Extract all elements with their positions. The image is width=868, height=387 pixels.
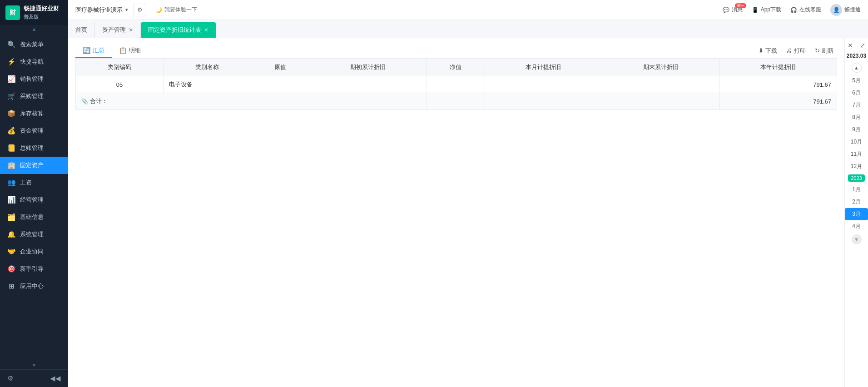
sidebar-item-label: 工资 (20, 179, 32, 187)
sidebar-item-label: 固定资产 (20, 161, 44, 169)
topbar: 医疗器械行业演示 ▾ ⚙ 🌙 我要体验一下 💬 消息 99+ 📱 App下载 🎧… (68, 0, 868, 20)
app-download-label: App下载 (761, 6, 781, 14)
sidebar-item-label: 库存核算 (20, 109, 44, 118)
purchase-icon: 🛒 (7, 92, 15, 100)
app-subtitle: 普及版 (24, 14, 59, 20)
sidebar-item-system[interactable]: 🔔 系统管理 (0, 226, 68, 243)
settings-button[interactable]: ⚙ (134, 4, 146, 16)
printer-icon: 🖨 (786, 47, 792, 54)
tab-home[interactable]: 首页 (68, 22, 95, 38)
experience-button[interactable]: 🌙 我要体验一下 (155, 6, 197, 14)
right-panel-expand-icon[interactable]: ⤢ (860, 42, 865, 49)
sidebar-item-enterprise[interactable]: 🤝 企业协同 (0, 243, 68, 260)
tab-depreciation[interactable]: 固定资产折旧统计表 ✕ (141, 22, 216, 38)
app-logo: 财 畅捷通好业财 普及版 (0, 0, 68, 25)
sub-tab-summary[interactable]: 🔄 汇总 (75, 44, 112, 58)
user-name: 畅捷通 (844, 6, 861, 14)
sidebar-item-basic-info[interactable]: 🗂️ 基础信息 (0, 208, 68, 226)
col-header-name: 类别名称 (164, 59, 251, 76)
sidebar-item-purchase[interactable]: 🛒 采购管理 (0, 88, 68, 105)
table-wrapper: 类别编码 类别名称 原值 期初累计折旧 净值 本月计提折旧 期末累计折旧 本年计… (68, 58, 844, 387)
sidebar-item-operations[interactable]: 📊 经营管理 (0, 191, 68, 208)
sidebar-item-label: 新手引导 (20, 265, 44, 273)
tab-asset-mgmt-label: 资产管理 (102, 26, 126, 34)
sidebar-item-label: 经营管理 (20, 196, 44, 204)
panel-month-12[interactable]: 12月 (845, 160, 868, 173)
sidebar-item-apps[interactable]: ⊞ 应用中心 (0, 278, 68, 295)
sidebar-item-funds[interactable]: 💰 资金管理 (0, 122, 68, 139)
col-header-accumulated: 期初累计折旧 (309, 59, 427, 76)
sidebar: 财 畅捷通好业财 普及版 ▲ 🔍 搜索菜单 ⚡ 快捷导航 📈 销售管理 🛒 采购… (0, 0, 68, 387)
cell-period-end (602, 76, 719, 93)
col-header-original: 原值 (251, 59, 309, 76)
cell-original (251, 76, 309, 93)
cell-accumulated (309, 76, 427, 93)
tab-asset-mgmt-close[interactable]: ✕ (129, 27, 133, 33)
tab-depreciation-label: 固定资产折旧统计表 (148, 26, 201, 34)
sidebar-item-search[interactable]: 🔍 搜索菜单 (0, 36, 68, 53)
panel-month-10[interactable]: 10月 (845, 136, 868, 148)
customer-service-button[interactable]: 🎧 在线客服 (790, 6, 821, 14)
panel-month-3[interactable]: 3月 (845, 208, 868, 220)
panel-month-8[interactable]: 8月 (845, 111, 868, 124)
download-button[interactable]: ⬇ 下载 (755, 45, 781, 57)
panel-scroll-down[interactable]: ▼ (852, 234, 862, 244)
sidebar-item-inventory[interactable]: 📦 库存核算 (0, 105, 68, 122)
download-label: 下载 (765, 47, 777, 55)
right-panel-close-icon[interactable]: ✕ (848, 42, 853, 49)
content-area: 🔄 汇总 📋 明细 ⬇ 下载 🖨 打印 (68, 38, 868, 387)
year-tag-2023[interactable]: 2023 (848, 174, 864, 182)
notifications-badge: 99+ (735, 3, 746, 8)
panel-year-label: 2023.03 (847, 51, 866, 61)
sidebar-item-quick-nav[interactable]: ⚡ 快捷导航 (0, 53, 68, 70)
panel-scroll-up[interactable]: ▲ (852, 63, 862, 73)
sidebar-item-payroll[interactable]: 👥 工资 (0, 174, 68, 191)
refresh-icon: ↻ (815, 47, 820, 54)
sub-tab-detail[interactable]: 📋 明细 (112, 44, 148, 58)
tab-depreciation-close[interactable]: ✕ (204, 27, 208, 33)
enterprise-icon: 🤝 (7, 248, 15, 256)
sub-tab-summary-label: 汇总 (93, 46, 104, 55)
summary-monthly (485, 93, 602, 110)
panel-month-7[interactable]: 7月 (845, 99, 868, 111)
cell-net (427, 76, 485, 93)
panel-month-1[interactable]: 1月 (845, 184, 868, 196)
sidebar-nav: 🔍 搜索菜单 ⚡ 快捷导航 📈 销售管理 🛒 采购管理 📦 库存核算 💰 资金管… (0, 33, 68, 361)
company-selector[interactable]: 医疗器械行业演示 ▾ (75, 6, 128, 14)
panel-month-5[interactable]: 5月 (845, 74, 868, 87)
summary-row: 📎合计： 791.67 (76, 93, 837, 110)
company-name: 医疗器械行业演示 (75, 6, 123, 14)
sub-tabs: 🔄 汇总 📋 明细 (68, 44, 155, 58)
print-button[interactable]: 🖨 打印 (783, 45, 809, 57)
summary-net (427, 93, 485, 110)
sidebar-item-ledger[interactable]: 📒 总账管理 (0, 139, 68, 157)
app-download-button[interactable]: 📱 App下载 (752, 6, 781, 14)
sidebar-item-label: 应用中心 (20, 282, 44, 290)
sidebar-item-guide[interactable]: 🎯 新手引导 (0, 260, 68, 278)
panel-month-4[interactable]: 4月 (845, 220, 868, 233)
user-menu[interactable]: 👤 畅捷通 (830, 4, 861, 16)
sidebar-item-sales[interactable]: 📈 销售管理 (0, 70, 68, 88)
fixed-assets-icon: 🏢 (7, 161, 15, 169)
panel-month-9[interactable]: 9月 (845, 124, 868, 136)
settings-icon[interactable]: ⚙ (7, 374, 13, 382)
panel-month-6[interactable]: 6月 (845, 87, 868, 99)
guide-icon: 🎯 (7, 265, 15, 273)
notification-icon: 💬 (723, 7, 729, 13)
sidebar-item-fixed-assets[interactable]: 🏢 固定资产 (0, 157, 68, 174)
right-panel: ✕ ⤢ 2023.03 ▲ 5月 6月 7月 8月 9月 10月 11月 12月… (844, 38, 868, 387)
sales-icon: 📈 (7, 75, 15, 83)
tab-asset-mgmt[interactable]: 资产管理 ✕ (95, 22, 141, 38)
notifications-button[interactable]: 💬 消息 99+ (723, 6, 743, 14)
col-header-yearly: 本年计提折旧 (719, 59, 837, 76)
cell-code: 05 (76, 76, 164, 93)
collapse-icon[interactable]: ◀◀ (50, 374, 61, 382)
sidebar-item-label: 系统管理 (20, 230, 44, 238)
panel-month-2[interactable]: 2月 (845, 196, 868, 208)
table-row: 05 电子设备 791.67 (76, 76, 837, 93)
refresh-button[interactable]: ↻ 刷新 (811, 45, 837, 57)
detail-icon: 📋 (119, 47, 127, 54)
panel-month-11[interactable]: 11月 (845, 148, 868, 160)
system-icon: 🔔 (7, 230, 15, 238)
print-label: 打印 (794, 47, 806, 55)
